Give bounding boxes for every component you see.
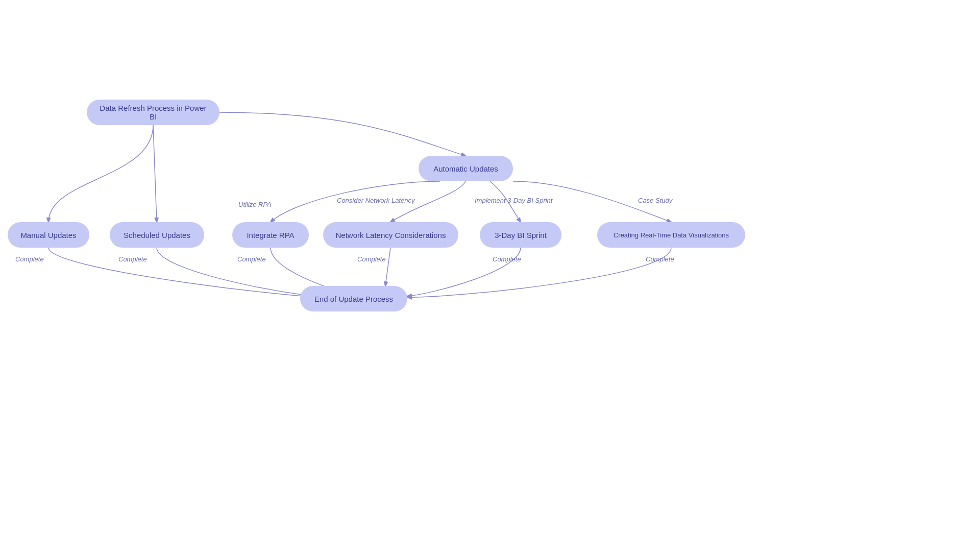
label-case-study: Case Study <box>638 197 672 204</box>
diagram-container: Data Refresh Process in Power BI Manual … <box>0 0 980 553</box>
label-complete-rpa: Complete <box>237 255 266 263</box>
node-viz[interactable]: Creating Real-Time Data Visualizations <box>597 222 745 248</box>
node-root[interactable]: Data Refresh Process in Power BI <box>87 100 219 125</box>
label-complete-network: Complete <box>357 255 386 263</box>
node-sprint[interactable]: 3-Day BI Sprint <box>480 222 561 248</box>
label-complete-viz: Complete <box>646 255 674 263</box>
node-manual[interactable]: Manual Updates <box>8 222 89 248</box>
label-complete-scheduled: Complete <box>118 255 147 263</box>
node-end[interactable]: End of Update Process <box>300 286 407 311</box>
label-complete-sprint: Complete <box>493 255 521 263</box>
edge-network-end <box>385 248 390 286</box>
edge-root-auto <box>219 112 465 156</box>
label-consider-network: Consider Network Latency <box>337 197 414 204</box>
label-implement-sprint: Implement 3-Day BI Sprint <box>475 197 552 204</box>
node-network[interactable]: Network Latency Considerations <box>323 222 458 248</box>
node-scheduled[interactable]: Scheduled Updates <box>110 222 204 248</box>
label-complete-manual: Complete <box>15 255 44 263</box>
edge-root-manual <box>48 125 153 222</box>
diagram-svg <box>0 0 980 553</box>
label-utilize-rpa: Utilize RPA <box>238 201 272 208</box>
edge-root-scheduled <box>153 125 157 222</box>
edge-viz-end <box>407 248 671 297</box>
node-rpa[interactable]: Integrate RPA <box>232 222 309 248</box>
node-auto[interactable]: Automatic Updates <box>419 156 513 181</box>
